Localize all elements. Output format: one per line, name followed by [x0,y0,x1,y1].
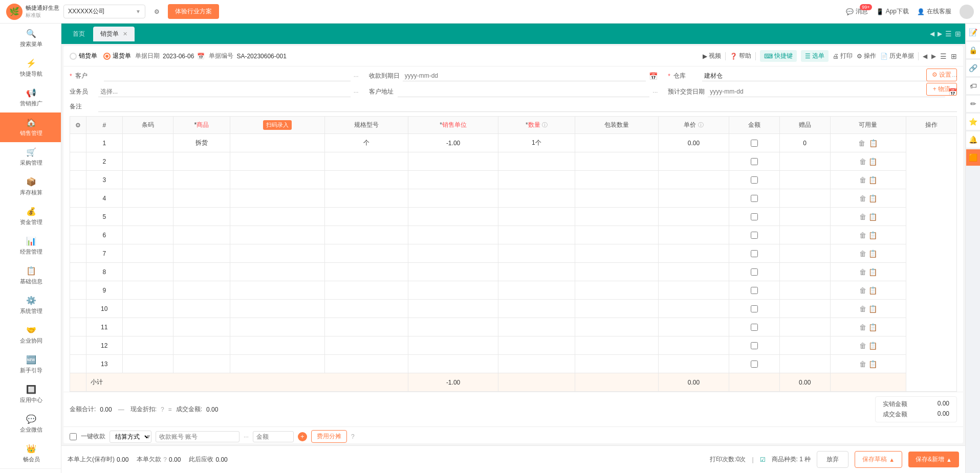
tab-prev-icon[interactable]: ◀ [930,30,934,37]
toolbar-nav-right[interactable]: ▶ [931,53,936,60]
one-click-payment-checkbox[interactable] [70,433,77,440]
row6-copy-icon[interactable]: 📋 [868,231,877,239]
row10-gift-checkbox[interactable] [751,305,758,312]
right-icon-tag[interactable]: 🏷 [966,77,980,95]
logistics-button[interactable]: + 物流 [926,83,957,96]
app-download-item[interactable]: 📱 App下载 [876,7,909,16]
toolbar-help[interactable]: ❓ 帮助 [730,52,751,60]
row4-gift-checkbox[interactable] [751,195,758,202]
toolbar-history[interactable]: 📄 历史单据 [880,52,914,60]
settings-icon[interactable]: ⚙ [149,5,164,19]
row7-delete-icon[interactable]: 🗑 [859,250,866,258]
toolbar-view-list[interactable]: ☰ [940,52,947,60]
sidebar-item-quicknav[interactable]: ⚡ 快捷导航 [0,53,61,83]
sidebar-item-system[interactable]: ⚙️ 系统管理 [0,290,61,320]
scan-btn[interactable]: 扫码录入 [263,120,292,130]
right-icon-link[interactable]: 🔗 [966,59,980,77]
sidebar-item-wechat[interactable]: 💬 企业微信 [0,409,61,439]
due-date-calendar-icon[interactable]: 📅 [649,72,658,80]
row3-delete-icon[interactable]: 🗑 [859,176,866,184]
radio-returns[interactable]: 退货单 [103,52,131,60]
save-new-button[interactable]: 保存&新增 ▲ [908,452,959,467]
row8-copy-icon[interactable]: 📋 [868,268,877,276]
row10-delete-icon[interactable]: 🗑 [859,305,866,313]
row13-delete-icon[interactable]: 🗑 [859,360,866,368]
sidebar-item-capital[interactable]: 💰 资金管理 [0,201,61,231]
row11-gift-checkbox[interactable] [751,324,758,331]
discount-help-icon[interactable]: ? [161,406,164,413]
row13-copy-icon[interactable]: 📋 [868,360,877,368]
right-icon-orange[interactable]: 🟧 [966,149,980,166]
tab-sales-order[interactable]: 销货单 ✕ [93,27,135,41]
toolbar-ops[interactable]: ⚙ 操作 [857,52,876,60]
sidebar-item-appstore[interactable]: 🔲 应用中心 [0,379,61,409]
add-payment-button[interactable]: + [298,432,307,441]
tab-close-icon[interactable]: ✕ [123,31,127,37]
row11-copy-icon[interactable]: 📋 [868,323,877,331]
due-date-input[interactable] [403,71,646,81]
row7-copy-icon[interactable]: 📋 [868,250,877,258]
row8-gift-checkbox[interactable] [751,268,758,276]
customer-addr-input[interactable] [398,86,650,97]
sidebar-item-purchase[interactable]: 🛒 采购管理 [0,142,61,172]
row6-delete-icon[interactable]: 🗑 [859,231,866,239]
sidebar-item-inventory[interactable]: 📦 库存核算 [0,172,61,201]
trial-button[interactable]: 体验行业方案 [168,4,219,19]
row1-spec[interactable] [230,134,325,152]
row9-delete-icon[interactable]: 🗑 [859,286,866,295]
row8-delete-icon[interactable]: 🗑 [859,268,866,276]
salesperson-input[interactable] [98,86,351,97]
row3-gift-checkbox[interactable] [751,176,758,184]
row1-gift-checkbox[interactable] [751,140,758,147]
payment-method-select[interactable]: 结算方式 [110,431,151,443]
row9-copy-icon[interactable]: 📋 [868,286,877,295]
right-icon-notes[interactable]: 📝 [966,24,980,41]
row1-barcode[interactable] [122,134,173,152]
right-icon-edit[interactable]: ✏ [966,95,980,112]
toolbar-shortcut[interactable]: ⌨ 快捷键 [760,50,797,62]
sidebar-item-marketing[interactable]: 📢 营销推广 [0,83,61,112]
estimated-date-input[interactable] [708,86,945,97]
row12-gift-checkbox[interactable] [751,342,758,349]
th-scan[interactable]: 扫码录入 [230,117,325,134]
payment-account-input[interactable] [156,431,239,442]
row3-copy-icon[interactable]: 📋 [868,176,877,184]
row11-delete-icon[interactable]: 🗑 [859,323,866,331]
sidebar-item-guide[interactable]: 🆕 新手引导 [0,350,61,379]
warehouse-input[interactable] [702,71,949,81]
right-icon-bell[interactable]: 🔔 [966,131,980,148]
fee-split-button[interactable]: 费用分摊 [311,430,347,443]
discard-button[interactable]: 放弃 [817,451,848,468]
row2-delete-icon[interactable]: 🗑 [859,157,866,166]
company-selector[interactable]: XXXXXX公司 ▼ [63,5,145,18]
row1-qty[interactable]: -1.00 [408,134,498,152]
salesperson-ellipsis[interactable]: ··· [354,88,359,96]
row4-delete-icon[interactable]: 🗑 [859,194,866,202]
row6-gift-checkbox[interactable] [751,232,758,239]
settings-button[interactable]: ⚙ 设置 [926,69,957,81]
account-ellipsis[interactable]: ··· [244,433,249,440]
row4-copy-icon[interactable]: 📋 [868,194,877,202]
customer-ellipsis[interactable]: ··· [354,73,359,80]
save-draft-button[interactable]: 保存草稿 ▲ [855,451,902,468]
sidebar-item-enterprise[interactable]: 🤝 企业协同 [0,320,61,350]
customer-addr-ellipsis[interactable]: ··· [652,88,658,96]
row5-delete-icon[interactable]: 🗑 [859,213,866,221]
fee-help-icon[interactable]: ? [351,433,355,440]
calendar-icon[interactable]: 📅 [197,53,205,60]
toolbar-video[interactable]: ▶ 视频 [703,52,721,60]
tab-next-icon[interactable]: ▶ [938,30,942,37]
toolbar-select[interactable]: ☰ 选单 [801,50,829,62]
row2-gift-checkbox[interactable] [751,158,758,165]
row1-delete-icon[interactable]: 🗑 [858,139,865,147]
toolbar-print[interactable]: 🖨 打印 [833,52,853,60]
online-service-item[interactable]: 👤 在线客服 [917,7,951,16]
sidebar-item-sales[interactable]: 🏠 销售管理 [0,112,61,142]
radio-sales[interactable]: 销货单 [70,52,97,60]
customer-input[interactable] [104,71,351,81]
sidebar-item-search[interactable]: 🔍 搜索菜单 [0,24,61,53]
row5-copy-icon[interactable]: 📋 [868,213,877,221]
tab-list-icon[interactable]: ☰ [945,30,952,38]
row2-copy-icon[interactable]: 📋 [868,157,877,166]
payment-amount-input[interactable] [253,431,294,442]
